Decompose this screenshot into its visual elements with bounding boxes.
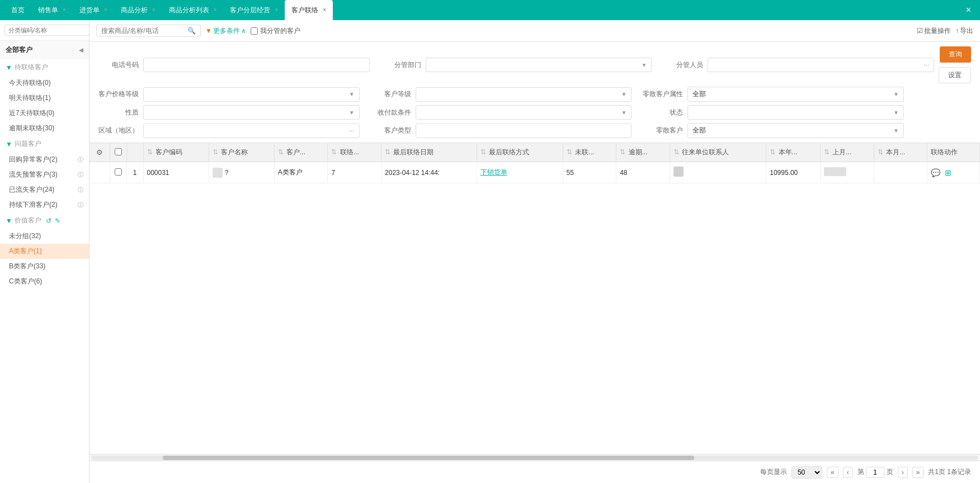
value-customer-section: ▼ 价值客户 ↺ ✎: [0, 212, 89, 229]
gear-settings-icon[interactable]: ⚙: [96, 148, 103, 157]
payment-input[interactable]: ▼: [416, 105, 632, 120]
nav-sales-order[interactable]: 销售单 ×: [31, 0, 73, 20]
phone-input[interactable]: [143, 58, 370, 72]
scrollbar-thumb[interactable]: [163, 456, 694, 460]
last-page-button[interactable]: »: [912, 467, 924, 478]
status-input[interactable]: ▼: [687, 105, 904, 120]
query-button[interactable]: 查询: [940, 46, 971, 63]
message-action-icon[interactable]: 💬: [931, 168, 940, 177]
prev-page-button[interactable]: ‹: [843, 467, 853, 478]
level-input[interactable]: ▼: [416, 87, 632, 102]
sidebar-item-already-lost[interactable]: 已流失客户(24) ⓘ: [0, 182, 89, 197]
unit-contact-column-header[interactable]: ⇅ 往来单位联系人: [670, 143, 766, 162]
close-sales-order-icon[interactable]: ×: [63, 0, 66, 20]
last-contact-method-column-header[interactable]: ⇅ 最后联络方式: [477, 143, 563, 162]
value-customer-label: 价值客户: [15, 216, 41, 225]
next-page-button[interactable]: ›: [898, 467, 908, 478]
refresh-value-icon[interactable]: ↺: [46, 217, 51, 225]
sidebar-item-7days-pending[interactable]: 近7天待联络(0): [0, 106, 89, 121]
expand-problem-icon[interactable]: ▼: [6, 140, 12, 148]
select-all-checkbox[interactable]: [115, 148, 122, 155]
nature-label: 性质: [98, 108, 143, 117]
sidebar-item-tomorrow-pending[interactable]: 明天待联络(1): [0, 91, 89, 106]
dept-input[interactable]: ▼: [426, 58, 652, 72]
nav-customer-contact[interactable]: 客户联络 ×: [285, 0, 333, 20]
sidebar-item-overdue-pending[interactable]: 逾期未联络(30): [0, 121, 89, 136]
row-overdue-cell: 48: [616, 162, 670, 183]
all-customers-header[interactable]: 全部客户 ◀: [0, 41, 89, 59]
nature-input[interactable]: ▼: [143, 105, 360, 120]
area-dots-icon: ···: [349, 127, 355, 135]
page-size-select[interactable]: 50 100 200: [791, 466, 822, 479]
filter-cell-payment: 收付款条件 ▼: [371, 105, 632, 120]
name-column-header[interactable]: ⇅ 客户名称: [209, 143, 274, 162]
gear-column-header[interactable]: ⚙: [89, 143, 110, 162]
close-purchase-order-icon[interactable]: ×: [104, 0, 107, 20]
code-column-header[interactable]: ⇅ 客户编码: [143, 143, 209, 162]
row-select-checkbox[interactable]: [115, 168, 122, 176]
retail-input[interactable]: 全部 ▼: [687, 123, 904, 138]
payment-dropdown-icon: ▼: [621, 110, 626, 116]
checkbox-column-header[interactable]: [110, 143, 126, 162]
top-navigation: 首页 销售单 × 进货单 × 商品分析 × 商品分析列表 × 客户分层经营 × …: [0, 0, 980, 20]
area-input[interactable]: ···: [143, 124, 360, 138]
page-number-input[interactable]: [866, 467, 884, 478]
sidebar-item-lost-warning[interactable]: 流失预警客户(3) ⓘ: [0, 167, 89, 182]
unit-contact-avatar: [673, 167, 684, 177]
row-last-contact-method-cell[interactable]: 下销货单: [477, 162, 563, 183]
sidebar-item-b-class[interactable]: B类客户(33): [0, 259, 89, 274]
filter-search-input[interactable]: [101, 27, 185, 35]
settings-button[interactable]: 设置: [939, 67, 971, 83]
nav-product-analysis-list[interactable]: 商品分析列表 ×: [162, 0, 224, 20]
sidebar-search-input[interactable]: [4, 25, 89, 36]
row-code-cell[interactable]: 000031: [143, 162, 209, 183]
this-month-column-header[interactable]: ⇅ 本月...: [874, 143, 927, 162]
nav-home[interactable]: 首页: [4, 0, 31, 20]
contact-count-column-header[interactable]: ⇅ 联络...: [328, 143, 381, 162]
window-close-button[interactable]: ×: [962, 5, 976, 15]
last-contact-date-column-header[interactable]: ⇅ 最后联络日期: [381, 143, 477, 162]
row-this-year-cell: 10995.00: [766, 162, 821, 183]
person-input[interactable]: ···: [708, 58, 934, 72]
sidebar-item-c-class[interactable]: C类客户(6): [0, 274, 89, 289]
overdue-column-header[interactable]: ⇅ 逾期...: [616, 143, 670, 162]
retail-attr-input[interactable]: 全部 ▼: [687, 87, 904, 102]
close-customer-contact-icon[interactable]: ×: [323, 0, 326, 20]
type-input[interactable]: [416, 124, 632, 138]
no-contact-column-header[interactable]: ⇅ 未联...: [563, 143, 616, 162]
filter-search-icon[interactable]: 🔍: [187, 27, 196, 35]
sidebar-item-declining[interactable]: 持续下滑客户(2) ⓘ: [0, 197, 89, 212]
close-customer-segment-icon[interactable]: ×: [275, 0, 278, 20]
my-customers-checkbox[interactable]: [251, 27, 258, 35]
more-filters-button[interactable]: ▼ 更多条件 ∧: [205, 26, 246, 36]
close-product-analysis-icon[interactable]: ×: [152, 0, 156, 20]
nav-customer-segment[interactable]: 客户分层经营 ×: [223, 0, 285, 20]
sidebar-item-a-class[interactable]: A类客户(1): [0, 244, 89, 259]
sidebar-item-ungrouped[interactable]: 未分组(32): [0, 229, 89, 244]
grid-action-icon[interactable]: ⊞: [945, 168, 951, 177]
row-checkbox-cell[interactable]: [110, 162, 126, 183]
close-product-analysis-list-icon[interactable]: ×: [214, 0, 217, 20]
price-level-input[interactable]: ▼: [143, 87, 360, 102]
sidebar-item-today-pending[interactable]: 今天待联络(0): [0, 75, 89, 91]
expand-value-icon[interactable]: ▼: [6, 217, 12, 225]
dept-label: 分管部门: [381, 60, 426, 70]
export-button[interactable]: ↑ 导出: [955, 26, 973, 36]
filter-cell-status: 状态 ▼: [643, 105, 904, 120]
edit-value-icon[interactable]: ✎: [55, 217, 60, 225]
this-year-column-header[interactable]: ⇅ 本年...: [766, 143, 821, 162]
first-page-button[interactable]: «: [827, 467, 838, 478]
row-name-cell[interactable]: ?: [209, 162, 274, 183]
last-month-column-header[interactable]: ⇅ 上月...: [820, 143, 874, 162]
nav-product-analysis[interactable]: 商品分析 ×: [114, 0, 162, 20]
collapse-all-icon[interactable]: ◀: [79, 47, 83, 53]
my-customers-checkbox-label[interactable]: 我分管的客户: [251, 26, 300, 36]
payment-label: 收付款条件: [371, 108, 416, 117]
sidebar-item-repurchase-abnormal[interactable]: 回购异常客户(2) ⓘ: [0, 152, 89, 167]
expand-pending-icon[interactable]: ▼: [6, 64, 12, 72]
type-column-header[interactable]: ⇅ 客户...: [274, 143, 328, 162]
batch-operation-button[interactable]: ☑ 批量操作: [917, 26, 951, 36]
scrollbar-track[interactable]: [92, 456, 978, 460]
nav-purchase-order[interactable]: 进货单 ×: [73, 0, 114, 20]
horizontal-scrollbar[interactable]: [89, 454, 980, 461]
